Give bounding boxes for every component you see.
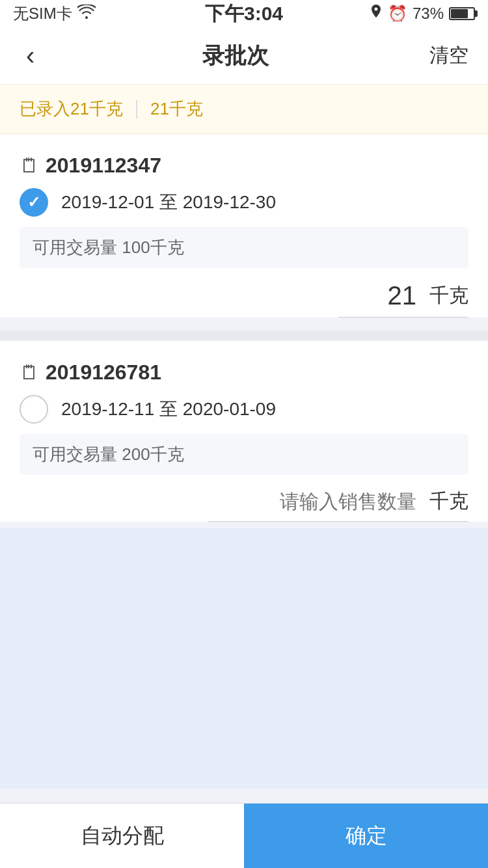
auto-distribute-label: 自动分配 <box>81 822 164 850</box>
status-time: 下午3:04 <box>205 1 283 27</box>
back-button[interactable]: ‹ <box>20 34 41 77</box>
page-title: 录批次 <box>202 41 269 71</box>
battery-icon <box>449 7 475 20</box>
batch-2-header: 🗒 2019126781 <box>20 360 468 385</box>
battery-text: 73% <box>413 5 444 23</box>
location-icon <box>370 5 383 23</box>
batch-1-icon: 🗒 <box>20 155 39 177</box>
batch-item-1: 🗒 2019112347 2019-12-01 至 2019-12-30 可用交… <box>0 134 488 268</box>
batch-item-2-container: 🗒 2019126781 2019-12-11 至 2020-01-09 可用交… <box>0 341 488 522</box>
info-banner: 已录入21千克 21千克 <box>0 85 488 134</box>
batch-1-availability: 可用交易量 100千克 <box>20 227 468 268</box>
carrier-text: 无SIM卡 <box>13 3 72 24</box>
batch-2-unit: 千克 <box>429 488 468 515</box>
batch-2-date-row: 2019-12-11 至 2020-01-09 <box>20 395 468 424</box>
batch-item-2: 🗒 2019126781 2019-12-11 至 2020-01-09 可用交… <box>0 341 488 475</box>
batch-1-quantity-input[interactable] <box>364 281 416 310</box>
batch-2-number: 2019126781 <box>46 360 161 385</box>
batch-2-icon: 🗒 <box>20 362 39 384</box>
batch-1-header: 🗒 2019112347 <box>20 154 468 178</box>
batch-1-quantity-row: 千克 <box>0 268 488 317</box>
batch-2-quantity-input[interactable] <box>20 491 416 513</box>
batch-1-date: 2019-12-01 至 2019-12-30 <box>61 190 276 215</box>
batch-1-radio[interactable] <box>20 188 48 217</box>
alarm-icon: ⏰ <box>388 5 407 23</box>
status-left: 无SIM卡 <box>13 3 96 24</box>
batch-1-number: 2019112347 <box>46 154 161 178</box>
status-bar: 无SIM卡 下午3:04 ⏰ 73% <box>0 0 488 27</box>
batch-2-radio[interactable] <box>20 395 48 424</box>
auto-distribute-button[interactable]: 自动分配 <box>0 804 244 868</box>
clear-button[interactable]: 清空 <box>429 42 468 69</box>
batch-2-availability: 可用交易量 200千克 <box>20 434 468 475</box>
banner-divider <box>136 100 137 118</box>
confirm-button[interactable]: 确定 <box>244 804 488 868</box>
wifi-icon <box>77 5 96 23</box>
nav-bar: ‹ 录批次 清空 <box>0 27 488 85</box>
batch-1-unit: 千克 <box>429 282 468 309</box>
batch-1-date-row: 2019-12-01 至 2019-12-30 <box>20 188 468 217</box>
batch-2-date: 2019-12-11 至 2020-01-09 <box>61 397 276 422</box>
recorded-value: 21千克 <box>150 98 203 120</box>
batch-2-divider <box>208 521 468 522</box>
batch-2-input-row: 千克 <box>0 475 488 521</box>
bottom-bar: 自动分配 确定 <box>0 803 488 868</box>
empty-area <box>0 528 488 789</box>
status-right: ⏰ 73% <box>370 5 475 23</box>
batch-list: 🗒 2019112347 2019-12-01 至 2019-12-30 可用交… <box>0 134 488 318</box>
recorded-label: 已录入21千克 <box>20 98 123 120</box>
confirm-label: 确定 <box>346 822 387 850</box>
section-separator <box>0 331 488 341</box>
batch-1-divider <box>338 317 468 318</box>
